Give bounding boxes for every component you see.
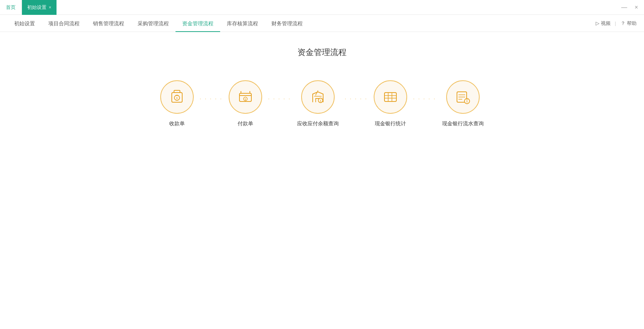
flow-step-cash-bank-stats[interactable]: 现金银行统计 [374,80,407,127]
flow-icon-balance-query: ¥ [301,80,335,114]
svg-rect-8 [384,93,396,101]
nav-item-financial-management[interactable]: 财务管理流程 [265,15,309,32]
minimize-button[interactable]: — [619,3,629,12]
flow-step-balance-query[interactable]: ¥ 应收应付余额查询 [297,80,339,127]
nav-right: ▷ 视频 | ？ 帮助 [596,20,637,27]
flow-connector-3: · · · · · [407,96,442,101]
nav-item-purchase-management[interactable]: 采购管理流程 [131,15,176,32]
nav-item-inventory-accounting[interactable]: 库存核算流程 [220,15,265,32]
nav-items: 初始设置项目合同流程销售管理流程采购管理流程资金管理流程库存核算流程财务管理流程 [7,15,309,32]
flow-step-receipt[interactable]: ¥ 收款单 [160,80,194,127]
nav-divider: | [615,20,616,26]
flow-step-payment[interactable]: ¥ 付款单 [229,80,262,127]
flow-label-cash-bank-flow: 现金银行流水查询 [442,120,484,127]
flow-icon-payment: ¥ [229,80,262,114]
close-button[interactable]: × [632,3,640,12]
connector-dots: · · · · · [345,96,368,101]
flow-connector-1: · · · · · [262,96,297,101]
nav-bar: 初始设置项目合同流程销售管理流程采购管理流程资金管理流程库存核算流程财务管理流程… [0,15,644,32]
flow-label-payment: 付款单 [238,120,253,127]
nav-item-capital-management[interactable]: 资金管理流程 [176,15,220,32]
flow-step-cash-bank-flow[interactable]: ¥ 现金银行流水查询 [442,80,484,127]
svg-text:¥: ¥ [176,96,178,100]
help-label: 帮助 [627,20,637,27]
nav-item-project-contract[interactable]: 项目合同流程 [42,15,86,32]
flow-connector-0: · · · · · [194,96,229,101]
connector-dots: · · · · · [200,96,223,101]
active-tab[interactable]: 初始设置 × [22,0,57,15]
video-label: 视频 [601,20,611,27]
tab-close-button[interactable]: × [49,5,51,10]
connector-dots: · · · · · [413,96,436,101]
main-content: 资金管理流程 ¥ 收款单· · · · · ¥ 付款单· · · · · ¥ 应… [0,32,644,329]
flow-label-balance-query: 应收应付余额查询 [297,120,339,127]
window-controls: — × [615,0,644,15]
svg-text:¥: ¥ [245,98,246,101]
question-icon: ？ [621,20,625,27]
flow-label-receipt: 收款单 [169,120,185,127]
flow-container: ¥ 收款单· · · · · ¥ 付款单· · · · · ¥ 应收应付余额查询… [0,80,644,127]
help-link[interactable]: ？ 帮助 [621,20,637,27]
active-tab-label: 初始设置 [27,4,46,11]
flow-icon-cash-bank-stats [374,80,407,114]
nav-item-sales-management[interactable]: 销售管理流程 [86,15,131,32]
flow-icon-receipt: ¥ [160,80,194,114]
video-link[interactable]: ▷ 视频 [596,20,611,27]
svg-text:¥: ¥ [466,100,468,103]
home-tab[interactable]: 首页 [0,0,22,15]
play-icon: ▷ [596,20,599,26]
nav-item-initial-setup[interactable]: 初始设置 [7,15,42,32]
flow-connector-2: · · · · · [339,96,374,101]
flow-icon-cash-bank-flow: ¥ [446,80,480,114]
connector-dots: · · · · · [268,96,291,101]
svg-text:¥: ¥ [320,99,321,103]
page-title: 资金管理流程 [0,47,644,58]
flow-label-cash-bank-stats: 现金银行统计 [375,120,406,127]
top-bar: 首页 初始设置 × [0,0,644,15]
